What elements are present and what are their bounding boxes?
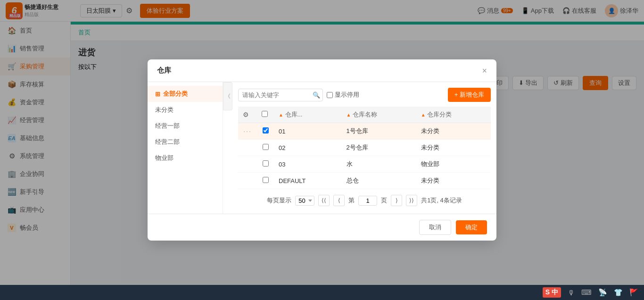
warehouse-modal: 仓库 × ⊞ 全部分类 未分类 经营一部 经营二部 [148,59,496,241]
category-panel: ⊞ 全部分类 未分类 经营一部 经营二部 物业部 [148,82,223,214]
modal-overlay: 仓库 × ⊞ 全部分类 未分类 经营一部 经营二部 [0,0,644,300]
pagination: 每页显示 50 ⟨⟨ ⟨ 第 页 ⟩ ⟩⟩ 共1页, 4条记录 [238,189,491,208]
table-container: ⚙ ▲ 仓库... ▲ 仓库名称 ▲ 仓库分类 ··· 01 [238,107,491,189]
row-checkbox-cell [257,123,274,140]
table-row[interactable]: 02 2号仓库 未分类 [238,140,491,156]
row-checkbox[interactable] [263,177,269,183]
row-actions [238,140,257,156]
shirt-icon: 👕 [614,288,623,297]
row-actions [238,156,257,173]
search-icon[interactable]: 🔍 [313,92,320,99]
keyboard-icon[interactable]: ⌨ [581,288,592,297]
row-num: DEFAULT [274,173,342,189]
confirm-button[interactable]: 确定 [456,220,487,234]
row-category: 未分类 [416,123,491,140]
modal-footer: 取消 确定 [148,214,496,241]
col-checkbox [257,107,274,123]
add-warehouse-button[interactable]: + 新增仓库 [448,88,491,102]
row-num: 03 [274,156,342,173]
page-number-input[interactable] [358,196,377,206]
search-wrap: 🔍 [238,89,323,101]
modal-header: 仓库 × [148,59,496,82]
modal-title: 仓库 [157,66,171,75]
row-num: 01 [274,123,342,140]
table-panel: 🔍 显示停用 + 新增仓库 ⚙ [232,82,496,214]
show-disabled-label[interactable]: 显示停用 [327,91,359,99]
page-last-button[interactable]: ⟩⟩ [406,195,417,206]
table-toolbar: 🔍 显示停用 + 新增仓库 [238,88,491,102]
row-name: 1号仓库 [342,123,416,140]
row-checkbox-cell [257,156,274,173]
select-all-checkbox[interactable] [262,111,268,117]
row-name: 2号仓库 [342,140,416,156]
category-ops1[interactable]: 经营一部 [148,118,223,134]
table-row[interactable]: ··· 01 1号仓库 未分类 [238,123,491,140]
category-all[interactable]: ⊞ 全部分类 [148,86,223,102]
flag-icon: 🚩 [629,288,638,297]
row-num: 02 [274,140,342,156]
col-category: ▲ 仓库分类 [416,107,491,123]
s-logo: S 中 [543,287,561,298]
row-category: 未分类 [416,140,491,156]
category-ops2[interactable]: 经营二部 [148,134,223,150]
page-first-button[interactable]: ⟨⟨ [318,195,330,206]
table-row[interactable]: DEFAULT 总仓 未分类 [238,173,491,189]
grid-icon: ⊞ [155,91,160,98]
row-name: 水 [342,156,416,173]
bottom-status-bar: S 中 🎙 ⌨ 📡 👕 🚩 [0,285,644,300]
col-code: ▲ 仓库... [274,107,342,123]
row-checkbox[interactable] [263,160,269,167]
modal-body: ⊞ 全部分类 未分类 经营一部 经营二部 物业部 《 [148,82,496,214]
mic-icon[interactable]: 🎙 [568,289,575,297]
col-name: ▲ 仓库名称 [342,107,416,123]
network-icon: 📡 [598,288,607,297]
row-checkbox[interactable] [263,144,269,150]
table-row[interactable]: 03 水 物业部 [238,156,491,173]
cancel-button[interactable]: 取消 [419,220,451,235]
row-actions: ··· [238,123,257,140]
row-checkbox-cell [257,140,274,156]
row-actions [238,173,257,189]
category-property[interactable]: 物业部 [148,150,223,166]
modal-close-button[interactable]: × [482,67,487,75]
row-category: 物业部 [416,156,491,173]
row-checkbox-cell [257,173,274,189]
page-next-button[interactable]: ⟩ [391,195,402,206]
show-disabled-checkbox[interactable] [327,92,333,98]
collapse-panel-button[interactable]: 《 [223,82,232,110]
search-input[interactable] [238,89,323,101]
row-name: 总仓 [342,173,416,189]
page-size-select[interactable]: 50 [295,196,314,206]
chevron-left-icon: 《 [225,92,231,100]
page-prev-button[interactable]: ⟨ [333,195,345,206]
warehouse-table: ⚙ ▲ 仓库... ▲ 仓库名称 ▲ 仓库分类 ··· 01 [238,107,491,189]
category-unclassified[interactable]: 未分类 [148,102,223,118]
row-checkbox[interactable] [263,127,269,133]
row-category: 未分类 [416,173,491,189]
col-gear: ⚙ [238,107,257,123]
